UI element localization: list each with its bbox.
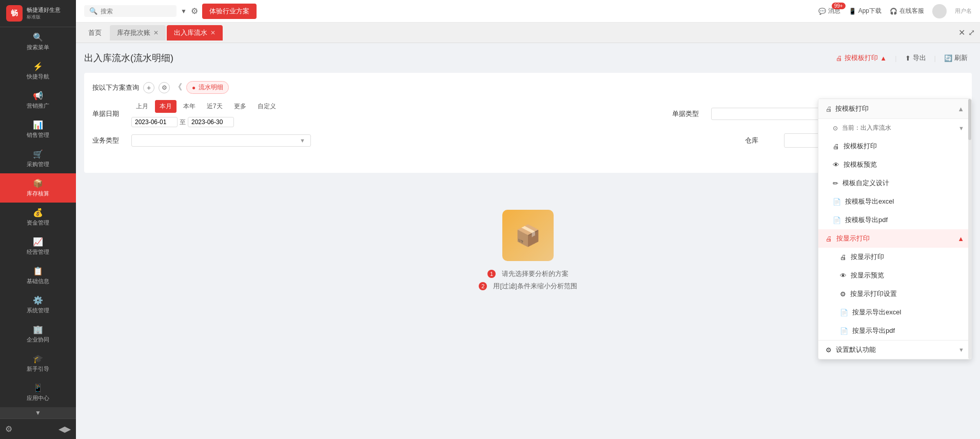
- close-tab-btn[interactable]: ✕: [958, 28, 965, 37]
- sidebar-item-operations[interactable]: 📈经营管理: [0, 232, 76, 261]
- sidebar-item-tutorial[interactable]: 🎓新手引导: [0, 349, 76, 378]
- empty-hint-2: 2 用[过滤]条件来缩小分析范围: [479, 282, 577, 291]
- messages-btn[interactable]: 💬 消息 99+: [818, 7, 840, 15]
- sidebar-item-basic-info[interactable]: 📋基础信息: [0, 261, 76, 290]
- empty-hint-1: 1 请先选择要分析的方案: [487, 269, 569, 278]
- display-print-icon: 🖨: [840, 253, 847, 261]
- marketing-nav-icon: 📢: [33, 91, 43, 101]
- sidebar-item-label-enterprise: 企业协同: [27, 336, 49, 344]
- divider1: |: [895, 54, 896, 62]
- sidebar-item-label-marketing: 营销推广: [27, 102, 49, 110]
- display-pdf-icon: 📄: [840, 327, 848, 335]
- app-download-btn[interactable]: 📱 App下载: [849, 7, 881, 15]
- sidebar-item-quick-nav[interactable]: ⚡快捷导航: [0, 56, 76, 86]
- print-dropdown-menu: 🖨 按模板打印 ▲ ⊙ 当前：出入库流水 ▼ 🖨 按模板打印: [818, 98, 972, 360]
- user-avatar[interactable]: [932, 4, 947, 18]
- display-preview-item[interactable]: 👁 按显示预览: [818, 266, 971, 285]
- purchase-nav-icon: 🛒: [33, 149, 43, 159]
- template-customize-item[interactable]: ✏ 模板自定义设计: [818, 174, 971, 192]
- filter-settings-btn[interactable]: ⚙: [159, 82, 170, 93]
- template-pdf-item[interactable]: 📄 按模板导出pdf: [818, 211, 971, 229]
- collapse-sidebar-icon[interactable]: ◀▶: [58, 424, 71, 434]
- date-btn-上月[interactable]: 上月: [131, 100, 153, 113]
- sidebar-item-marketing[interactable]: 📢营销推广: [0, 86, 76, 115]
- tabbar: 首页 库存批次账 ✕ 出入库流水 ✕ ✕ ⤢: [76, 23, 980, 43]
- sidebar-item-label-operations: 经营管理: [27, 248, 49, 256]
- biz-type-label: 业务类型: [92, 136, 123, 145]
- expand-btn[interactable]: ⤢: [968, 28, 975, 37]
- display-excel-item[interactable]: 📄 按显示导出excel: [818, 303, 971, 322]
- inventory-nav-icon: 📦: [33, 178, 43, 188]
- main-content: 🔍 ▼ ⚙ 体验行业方案 💬 消息 99+ 📱 App下载 🎧: [76, 0, 980, 439]
- sidebar-item-app-center[interactable]: 📱应用中心: [0, 378, 76, 407]
- tab-batch-account[interactable]: 库存批次账 ✕: [110, 25, 166, 41]
- tab-batch-account-close[interactable]: ✕: [153, 29, 159, 36]
- sidebar: 畅 畅捷通好生意 标准版 🔍搜索菜单⚡快捷导航📢营销推广📊销售管理🛒采购管理📦库…: [0, 0, 76, 439]
- topbar-gear-icon[interactable]: ⚙: [191, 6, 198, 16]
- dropdown-scrollbar[interactable]: [968, 99, 971, 359]
- search-input[interactable]: [101, 8, 162, 15]
- messages-badge: 99+: [832, 3, 846, 9]
- date-btn-本月[interactable]: 本月: [155, 100, 177, 113]
- sidebar-item-label-inventory: 库存核算: [27, 190, 49, 197]
- template-print-item[interactable]: 🖨 按模板打印: [818, 137, 971, 155]
- tab-flow[interactable]: 出入库流水 ✕: [167, 25, 223, 41]
- dropdown-close-arrow[interactable]: ▲: [957, 105, 964, 113]
- sidebar-item-label-finance: 资金管理: [27, 219, 49, 227]
- template-preview-item[interactable]: 👁 按模板预览: [818, 155, 971, 174]
- sidebar-item-label-purchase: 采购管理: [27, 161, 49, 168]
- filter-header: 按以下方案查询 + ⚙ 《 ● 流水明细: [92, 81, 964, 94]
- date-btn-更多[interactable]: 更多: [229, 100, 251, 113]
- display-pdf-item[interactable]: 📄 按显示导出pdf: [818, 322, 971, 340]
- sidebar-item-system[interactable]: ⚙️系统管理: [0, 290, 76, 320]
- tab-flow-close[interactable]: ✕: [210, 29, 215, 36]
- refresh-icon: 🔄: [944, 54, 952, 62]
- scrollbar-thumb: [968, 99, 971, 140]
- biz-type-select[interactable]: ▼: [131, 134, 311, 147]
- sidebar-scroll-down[interactable]: ▼: [0, 407, 76, 418]
- topbar-dropdown-arrow[interactable]: ▼: [181, 8, 187, 15]
- date-btn-近7天[interactable]: 近7天: [202, 100, 227, 113]
- logo-text: 畅捷通好生意 标准版: [27, 6, 61, 21]
- template-excel-icon: 📄: [833, 198, 841, 206]
- print-btn[interactable]: 🖨 按模板打印 ▲: [832, 51, 891, 65]
- refresh-btn[interactable]: 🔄 刷新: [940, 51, 972, 65]
- export-btn[interactable]: ⬆ 导出: [901, 51, 930, 65]
- footer-label: ⚙ 设置默认功能: [826, 345, 876, 354]
- search-icon: 🔍: [89, 7, 97, 15]
- search-box[interactable]: 🔍: [84, 5, 177, 17]
- sidebar-item-search[interactable]: 🔍搜索菜单: [0, 27, 76, 56]
- topbar-right: 💬 消息 99+ 📱 App下载 🎧 在线客服 用户名: [818, 4, 972, 18]
- date-btn-本年[interactable]: 本年: [179, 100, 200, 113]
- tab-home[interactable]: 首页: [81, 25, 109, 41]
- sidebar-item-purchase[interactable]: 🛒采购管理: [0, 144, 76, 173]
- industry-btn[interactable]: 体验行业方案: [202, 4, 257, 19]
- basic-info-nav-icon: 📋: [33, 266, 43, 276]
- sidebar-item-inventory[interactable]: 📦库存核算: [0, 173, 76, 203]
- template-excel-item[interactable]: 📄 按模板导出excel: [818, 192, 971, 211]
- customer-service-btn[interactable]: 🎧 在线客服: [890, 7, 924, 15]
- date-start-input[interactable]: [131, 117, 178, 127]
- template-customize-icon: ✏: [833, 179, 838, 187]
- sidebar-item-finance[interactable]: 💰资金管理: [0, 203, 76, 232]
- display-print-section[interactable]: 🖨 按显示打印 ▲: [818, 229, 971, 248]
- filter-tag-active[interactable]: ● 流水明细: [186, 81, 229, 94]
- dropdown-footer[interactable]: ⚙ 设置默认功能 ▼: [818, 340, 971, 359]
- user-name: 用户名: [955, 7, 972, 15]
- display-print-item[interactable]: 🖨 按显示打印: [818, 248, 971, 266]
- sidebar-item-label-basic-info: 基础信息: [27, 277, 49, 285]
- date-btn-自定义[interactable]: 自定义: [253, 100, 281, 113]
- sidebar-item-enterprise[interactable]: 🏢企业协同: [0, 320, 76, 349]
- sidebar-item-label-sales: 销售管理: [27, 131, 49, 139]
- sidebar-item-sales[interactable]: 📊销售管理: [0, 115, 76, 144]
- divider2: |: [934, 54, 936, 62]
- date-end-input[interactable]: [188, 117, 234, 127]
- filter-add-btn[interactable]: +: [143, 82, 154, 93]
- filter-collapse-icon[interactable]: 《: [174, 82, 182, 93]
- quick-nav-nav-icon: ⚡: [33, 62, 43, 71]
- print-icon: 🖨: [836, 54, 842, 62]
- sidebar-item-label-quick-nav: 快捷导航: [27, 73, 49, 81]
- settings-icon[interactable]: ⚙: [5, 424, 12, 434]
- display-settings-item[interactable]: ⚙ 按显示打印设置: [818, 285, 971, 303]
- type-label: 单据类型: [672, 109, 703, 118]
